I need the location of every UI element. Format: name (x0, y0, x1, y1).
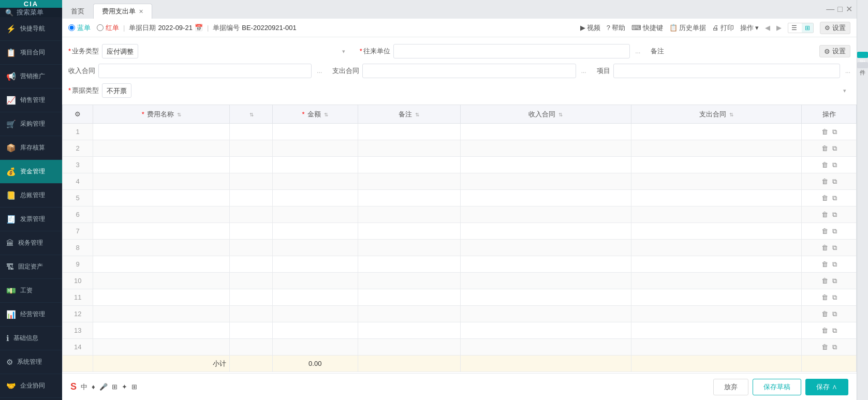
business-type-select[interactable]: 应付调整 (102, 44, 138, 58)
row-income-contract[interactable] (460, 306, 631, 322)
sidebar-item-new-guide[interactable]: 🎯 新手引导 (0, 398, 62, 400)
row-expense-contract[interactable] (631, 339, 802, 355)
sidebar-item-invoice[interactable]: 🧾 发票管理 (0, 208, 62, 231)
row-expense-contract[interactable] (631, 306, 802, 322)
col-income-contract[interactable]: 收入合同 ⇅ (460, 105, 631, 124)
footer-icon-6[interactable]: ⊞ (131, 383, 137, 391)
row-delete-btn[interactable]: 🗑 (820, 193, 829, 203)
print-btn[interactable]: 🖨 打印 (712, 23, 734, 33)
shortcut-btn[interactable]: ⌨ 快捷键 (631, 23, 663, 33)
view-grid-btn[interactable]: ⊞ (802, 23, 813, 33)
row-expense-contract[interactable] (631, 322, 802, 339)
row-expense-contract[interactable] (631, 173, 802, 190)
sidebar-item-assets[interactable]: 🏗 固定资产 (0, 255, 62, 279)
calendar-icon[interactable]: 📅 (195, 24, 203, 32)
row-delete-btn[interactable]: 🗑 (820, 210, 829, 219)
row-expense-name[interactable] (93, 273, 230, 289)
red-radio[interactable] (97, 24, 104, 31)
row-copy-btn[interactable]: ⧉ (831, 143, 838, 154)
row-note[interactable] (358, 339, 460, 355)
right-panel-tab-active[interactable]: 附 (857, 52, 868, 58)
row-note[interactable] (358, 256, 460, 273)
row-amount[interactable] (272, 124, 358, 140)
sidebar-search[interactable]: 🔍 搜索菜单 (0, 8, 62, 17)
row-delete-btn[interactable]: 🗑 (820, 226, 829, 236)
row-amount[interactable] (272, 306, 358, 322)
row-expense-name[interactable] (93, 339, 230, 355)
row-note[interactable] (358, 124, 460, 140)
window-shrink[interactable]: — (826, 5, 834, 13)
discard-button[interactable]: 放弃 (713, 379, 748, 395)
row-expense-contract[interactable] (631, 157, 802, 173)
form-settings-button[interactable]: ⚙ 设置 (819, 45, 850, 57)
footer-icon-4[interactable]: ⊞ (112, 383, 117, 391)
partner-input[interactable] (393, 44, 630, 58)
row-delete-btn[interactable]: 🗑 (820, 127, 829, 137)
video-btn[interactable]: ▶ 视频 (580, 23, 600, 33)
row-note[interactable] (358, 140, 460, 157)
row-note[interactable] (358, 206, 460, 223)
row-amount[interactable] (272, 206, 358, 223)
tab-close-expense[interactable]: ✕ (139, 8, 143, 15)
row-expense-contract[interactable] (631, 124, 802, 140)
row-income-contract[interactable] (460, 190, 631, 206)
row-copy-btn[interactable]: ⧉ (831, 325, 838, 336)
row-amount[interactable] (272, 289, 358, 306)
row-expense-name[interactable] (93, 173, 230, 190)
sidebar-item-basic-info[interactable]: ℹ 基础信息 (0, 327, 62, 350)
red-radio-label[interactable]: 红单 (97, 23, 119, 33)
row-delete-btn[interactable]: 🗑 (820, 243, 829, 253)
row-amount[interactable] (272, 190, 358, 206)
row-income-contract[interactable] (460, 339, 631, 355)
row-expense-name[interactable] (93, 206, 230, 223)
row-expense-contract[interactable] (631, 256, 802, 273)
row-income-contract[interactable] (460, 173, 631, 190)
row-expense-contract[interactable] (631, 289, 802, 306)
tab-expense[interactable]: 费用支出单✕ (93, 4, 152, 19)
row-amount[interactable] (272, 223, 358, 240)
row-expense-name[interactable] (93, 240, 230, 256)
view-list-btn[interactable]: ☰ (788, 23, 800, 33)
row-expense-contract[interactable] (631, 206, 802, 223)
sidebar-item-salary[interactable]: 💵 工资 (0, 279, 62, 303)
row-note[interactable] (358, 223, 460, 240)
row-note[interactable] (358, 190, 460, 206)
col-note[interactable]: 备注 ⇅ (358, 105, 460, 124)
row-delete-btn[interactable]: 🗑 (820, 259, 829, 269)
right-panel-tab-2[interactable]: 件 (857, 62, 868, 68)
sidebar-item-tax[interactable]: 🏛 税务管理 (0, 231, 62, 255)
row-amount[interactable] (272, 157, 358, 173)
footer-icon-3[interactable]: 🎤 (99, 383, 108, 391)
footer-icon-1[interactable]: 中 (81, 382, 87, 392)
row-expense-name[interactable] (93, 190, 230, 206)
row-amount[interactable] (272, 140, 358, 157)
row-copy-btn[interactable]: ⧉ (831, 210, 838, 220)
row-income-contract[interactable] (460, 322, 631, 339)
expense-contract-input[interactable] (362, 64, 576, 78)
row-copy-btn[interactable]: ⧉ (831, 127, 838, 137)
row-expense-name[interactable] (93, 124, 230, 140)
sidebar-item-quick-nav[interactable]: ⚡ 快捷导航 (0, 17, 62, 41)
row-copy-btn[interactable]: ⧉ (831, 226, 838, 236)
row-delete-btn[interactable]: 🗑 (820, 143, 829, 153)
row-income-contract[interactable] (460, 240, 631, 256)
save-button[interactable]: 保存 ∧ (805, 379, 848, 395)
row-copy-btn[interactable]: ⧉ (831, 176, 838, 187)
col-sort[interactable]: ⇅ (230, 105, 272, 124)
row-expense-contract[interactable] (631, 223, 802, 240)
row-amount[interactable] (272, 173, 358, 190)
row-income-contract[interactable] (460, 206, 631, 223)
partner-dots[interactable]: ... (635, 48, 640, 55)
row-copy-btn[interactable]: ⧉ (831, 160, 838, 170)
row-note[interactable] (358, 322, 460, 339)
blue-radio-label[interactable]: 蓝单 (68, 23, 91, 33)
row-income-contract[interactable] (460, 140, 631, 157)
col-settings[interactable]: ⚙ (63, 105, 93, 124)
operate-btn[interactable]: 操作 ▾ (740, 23, 759, 33)
project-dots[interactable]: ... (845, 67, 850, 75)
row-income-contract[interactable] (460, 289, 631, 306)
row-copy-btn[interactable]: ⧉ (831, 259, 838, 270)
col-amount[interactable]: 金额 ⇅ (272, 105, 358, 124)
sidebar-item-accounting[interactable]: 📒 总账管理 (0, 184, 62, 208)
blue-radio[interactable] (68, 24, 75, 31)
